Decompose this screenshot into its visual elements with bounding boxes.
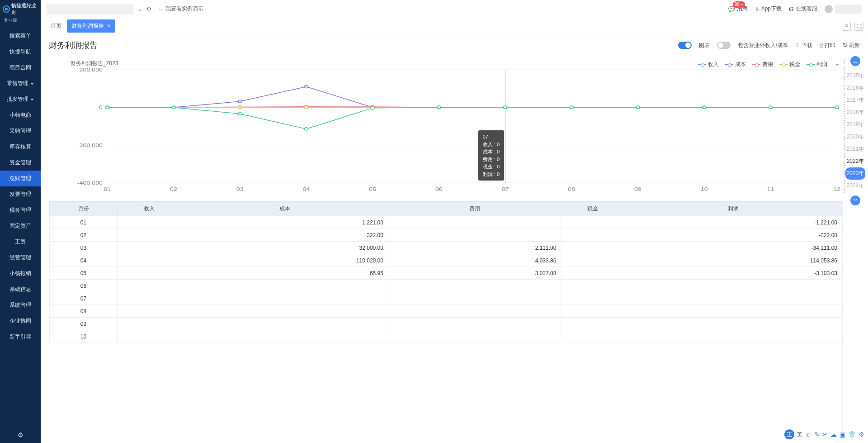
close-icon[interactable]: ✕ bbox=[107, 23, 111, 29]
table-row: 0332,000.002,111.00-34,111.00 bbox=[50, 242, 842, 254]
chart-svg: -400,000-200,0000200,0000102030405060708… bbox=[49, 67, 843, 193]
sidebar-item-11[interactable]: 税务管理 bbox=[0, 202, 41, 218]
year-2017年[interactable]: 2017年 bbox=[845, 94, 865, 106]
table-row: 06 bbox=[50, 280, 842, 292]
year-scroll-up[interactable]: ︽ bbox=[850, 56, 860, 66]
chart-tooltip: 07收入 : 0成本 : 0费用 : 0税金 : 0利润 : 0 bbox=[478, 130, 504, 181]
sidebar-item-19[interactable]: 新手引导 bbox=[0, 329, 41, 345]
data-table-wrap: 月份收入成本费用税金利润 011,221.00-1,221.0002322.00… bbox=[49, 201, 843, 441]
sidebar-item-5[interactable]: 小畅电商 bbox=[0, 107, 41, 123]
year-2018年[interactable]: 2018年 bbox=[845, 106, 865, 119]
sidebar-item-17[interactable]: 系统管理 bbox=[0, 297, 41, 313]
sidebar-item-18[interactable]: 企业协同 bbox=[0, 313, 41, 329]
ime-smile-icon[interactable]: ☺ bbox=[805, 431, 811, 438]
svg-text:0: 0 bbox=[99, 105, 103, 110]
download-icon: ⇩ bbox=[795, 42, 800, 48]
chevron-down-icon bbox=[30, 99, 34, 100]
year-2020年[interactable]: 2020年 bbox=[845, 131, 865, 143]
messages-button[interactable]: 💬 消息 99 + bbox=[728, 5, 748, 13]
legend-dropdown-icon[interactable] bbox=[835, 64, 839, 66]
year-rail: ︽ 2015年2016年2017年2018年2019年2020年2021年202… bbox=[845, 56, 865, 209]
refresh-button[interactable]: ↻刷新 bbox=[843, 42, 860, 49]
close-all-tabs-button[interactable]: ✕ bbox=[842, 22, 851, 31]
svg-point-36 bbox=[305, 85, 308, 88]
sidebar-item-6[interactable]: 采购管理 bbox=[0, 123, 41, 139]
tab-home[interactable]: 首页 bbox=[45, 22, 67, 30]
download-button[interactable]: ⇩下载 bbox=[795, 42, 812, 49]
app-name: 畅捷通好业财 bbox=[11, 2, 38, 16]
ime-shirt-icon[interactable]: 👕 bbox=[848, 431, 856, 438]
svg-text:11: 11 bbox=[767, 186, 774, 192]
extra-toggle-label: 包含营业外收入/成本 bbox=[738, 42, 788, 49]
table-row: 04110,020.004,033.86-114,053.86 bbox=[50, 254, 842, 267]
svg-text:12: 12 bbox=[833, 186, 840, 192]
user-menu[interactable] bbox=[825, 5, 862, 14]
sidebar-item-13[interactable]: 工资 bbox=[0, 234, 41, 250]
year-2015年[interactable]: 2015年 bbox=[845, 70, 865, 82]
svg-point-76 bbox=[570, 106, 573, 109]
sidebar-item-9[interactable]: 总账管理 bbox=[0, 171, 41, 186]
tab-financial-profit-report[interactable]: 财务利润报告 ✕ bbox=[67, 19, 115, 33]
fullscreen-button[interactable]: ⛶ bbox=[854, 22, 863, 31]
extra-income-toggle[interactable] bbox=[717, 42, 731, 49]
year-2019年[interactable]: 2019年 bbox=[845, 119, 865, 131]
org-settings-icon[interactable]: ⚙ bbox=[146, 6, 151, 12]
svg-text:03: 03 bbox=[236, 186, 244, 192]
sidebar-item-8[interactable]: 资金管理 bbox=[0, 155, 41, 171]
table-row: 011,221.00-1,221.00 bbox=[50, 216, 842, 229]
svg-point-60 bbox=[305, 106, 308, 109]
user-name-placeholder bbox=[835, 5, 862, 14]
svg-point-77 bbox=[636, 106, 640, 109]
svg-text:10: 10 bbox=[701, 186, 708, 192]
chart-title: 财务利润报告_2023 bbox=[71, 60, 118, 67]
sidebar-item-2[interactable]: 项目合同 bbox=[0, 60, 41, 76]
ime-scissors-icon[interactable]: ✂ bbox=[822, 431, 828, 438]
sidebar-item-14[interactable]: 经营管理 bbox=[0, 250, 41, 266]
ime-lang[interactable]: 英 bbox=[797, 431, 802, 438]
ime-cloud-icon[interactable]: ☁ bbox=[830, 431, 837, 438]
settings-icon[interactable]: ⚙ bbox=[0, 431, 41, 438]
hand-icon: ☞ bbox=[159, 6, 164, 12]
svg-text:06: 06 bbox=[435, 186, 443, 192]
year-scroll-down[interactable]: ︾ bbox=[850, 195, 860, 205]
year-2021年[interactable]: 2021年 bbox=[845, 143, 865, 155]
app-download-button[interactable]: ⇩ App下载 bbox=[755, 5, 782, 13]
year-2023年[interactable]: 2023年 bbox=[845, 167, 865, 180]
chevron-down-icon[interactable]: ⌄ bbox=[137, 6, 142, 12]
sidebar-item-15[interactable]: 小畅报销 bbox=[0, 266, 41, 281]
sidebar-item-12[interactable]: 固定资产 bbox=[0, 218, 41, 234]
svg-text:-200,000: -200,000 bbox=[77, 142, 103, 148]
svg-point-79 bbox=[769, 106, 772, 109]
year-2016年[interactable]: 2016年 bbox=[845, 82, 865, 94]
ime-edit-icon[interactable]: ✎ bbox=[814, 431, 820, 438]
org-selector[interactable] bbox=[47, 4, 133, 14]
table-row: 08 bbox=[50, 305, 842, 318]
sidebar-item-3[interactable]: 零售管理 bbox=[0, 76, 41, 91]
sidebar-item-16[interactable]: 基础信息 bbox=[0, 281, 41, 297]
page-header: 财务利润报告 图表 包含营业外收入/成本 ⇩下载 ⎙打印 ↻刷新 bbox=[41, 34, 868, 56]
sidebar-item-7[interactable]: 库存核算 bbox=[0, 139, 41, 155]
ime-cube-icon[interactable]: ▣ bbox=[840, 431, 845, 438]
sidebar-item-10[interactable]: 发票管理 bbox=[0, 186, 41, 202]
print-button[interactable]: ⎙打印 bbox=[820, 42, 835, 49]
svg-text:04: 04 bbox=[303, 186, 310, 192]
support-button[interactable]: ☊ 在线客服 bbox=[789, 5, 817, 13]
data-table: 月份收入成本费用税金利润 011,221.00-1,221.0002322.00… bbox=[49, 201, 842, 343]
ime-gear-icon[interactable]: ⚙ bbox=[859, 431, 864, 438]
demo-link[interactable]: ☞ 我要看实例演示 bbox=[159, 5, 203, 13]
year-2024年[interactable]: 2024年 bbox=[845, 180, 865, 192]
sidebar-item-0[interactable]: 搜索菜单 bbox=[0, 28, 41, 44]
headset-icon: ☊ bbox=[789, 6, 794, 12]
tabs-row: 首页 财务利润报告 ✕ ✕ ⛶ bbox=[41, 18, 868, 34]
chart-toggle[interactable] bbox=[678, 42, 692, 49]
topbar: ⌄ ⚙ ☞ 我要看实例演示 💬 消息 99 + ⇩ App下载 ☊ 在线客服 bbox=[41, 0, 868, 18]
edition-label: 专业版 bbox=[0, 17, 41, 24]
chart-area: 财务利润报告_2023 收入成本费用税金利润 -400,000-200,0000… bbox=[49, 57, 843, 197]
svg-point-59 bbox=[238, 106, 242, 109]
table-row: 02322.00-322.00 bbox=[50, 229, 842, 242]
col-3: 费用 bbox=[388, 202, 561, 216]
sidebar-item-1[interactable]: 快捷导航 bbox=[0, 44, 41, 60]
year-2022年[interactable]: 2022年 bbox=[845, 155, 865, 167]
ime-engine-icon[interactable]: 王 bbox=[784, 429, 794, 439]
sidebar-item-4[interactable]: 批发管理 bbox=[0, 91, 41, 107]
